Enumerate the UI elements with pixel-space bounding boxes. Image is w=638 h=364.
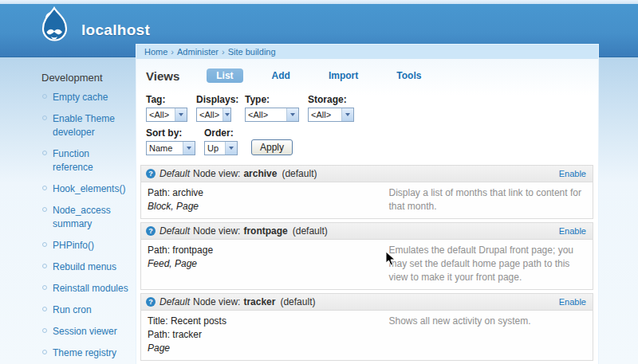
sidebar-item-theme-registry[interactable]: Theme registry (42, 346, 129, 360)
view-name: tracker (243, 296, 275, 307)
dropdown-arrow-icon (225, 142, 237, 155)
view-suffix: (default) (282, 168, 317, 179)
sidebar-item-hook-elements[interactable]: Hook_elements() (42, 182, 129, 196)
help-icon[interactable]: ? (146, 169, 156, 178)
view-row-body: Path: archive Block, Page Display a list… (141, 182, 593, 218)
view-path: Path: frontpage (148, 244, 389, 257)
view-path: Path: archive (148, 186, 389, 200)
tag-filter-label: Tag: (146, 94, 187, 105)
tab-add[interactable]: Add (262, 68, 300, 83)
storage-filter-label: Storage: (308, 94, 354, 105)
circle-bullet-icon (42, 285, 47, 290)
view-displays: Feed, Page (148, 257, 389, 271)
view-title: Title: Recent posts (148, 315, 389, 328)
page-content: Views List Add Import Tools Tag: <All> D… (136, 59, 598, 364)
displays-filter-label: Displays: (196, 94, 236, 105)
circle-bullet-icon (42, 242, 47, 247)
enable-link[interactable]: Enable (559, 169, 586, 178)
circle-bullet-icon (42, 350, 47, 354)
dropdown-arrow-icon (286, 108, 298, 121)
breadcrumb: Home›Administer›Site building (136, 44, 598, 59)
view-description: Emulates the default Drupal front page; … (389, 244, 587, 284)
sidebar-item-empty-cache[interactable]: Empty cache (42, 91, 129, 104)
apply-button[interactable]: Apply (251, 139, 293, 155)
drupal-logo-icon (35, 6, 73, 45)
view-displays: Block, Page (148, 200, 389, 213)
circle-bullet-icon (42, 307, 47, 311)
breadcrumb-separator: › (171, 47, 174, 57)
view-row-body: Title: Recent posts Path: tracker Page S… (141, 311, 593, 360)
enable-link[interactable]: Enable (559, 226, 586, 236)
type-filter-label: Type: (245, 94, 299, 105)
sidebar-item-function-reference[interactable]: Function reference (42, 147, 129, 174)
view-kind: Node view: (193, 225, 240, 237)
page-title: Views (146, 69, 179, 83)
view-description: Display a list of months that link to co… (389, 186, 587, 213)
breadcrumb-separator: › (222, 47, 225, 57)
storage-filter-select[interactable]: <All> (308, 108, 354, 122)
dropdown-arrow-icon (341, 108, 353, 121)
order-select[interactable]: Up (204, 141, 238, 155)
sort-by-label: Sort by: (146, 127, 195, 139)
sidebar-item-node-access-summary[interactable]: Node_access summary (42, 204, 129, 231)
view-name: frontpage (243, 225, 287, 237)
tabs-row: Views List Add Import Tools (136, 65, 598, 89)
tab-list[interactable]: List (207, 68, 242, 83)
circle-bullet-icon (42, 328, 47, 333)
sidebar-item-phpinfo[interactable]: PHPinfo() (42, 239, 129, 252)
mouse-cursor (385, 251, 396, 266)
view-row-header: ? Default Node view: archive (default) E… (141, 166, 593, 182)
view-displays: Page (148, 342, 389, 355)
views-list: ? Default Node view: archive (default) E… (140, 165, 593, 361)
view-name: archive (243, 168, 277, 179)
site-name: localhost (81, 22, 150, 39)
dropdown-arrow-icon (183, 142, 195, 155)
circle-bullet-icon (42, 186, 47, 190)
breadcrumb-site-building[interactable]: Site building (228, 47, 276, 57)
dropdown-arrow-icon (175, 108, 187, 121)
view-type: Default (160, 225, 190, 237)
view-row-body: Path: frontpage Feed, Page Emulates the … (141, 240, 593, 289)
view-description: Shows all new activity on system. (389, 315, 587, 355)
sort-by-select[interactable]: Name (146, 141, 195, 155)
displays-filter-select[interactable]: <All> (196, 108, 231, 122)
breadcrumb-home[interactable]: Home (144, 47, 167, 57)
help-icon[interactable]: ? (146, 297, 156, 307)
sidebar-item-session-viewer[interactable]: Session viewer (42, 325, 129, 339)
view-kind: Node view: (193, 168, 240, 179)
sidebar-item-rebuild-menus[interactable]: Rebuild menus (42, 260, 129, 274)
circle-bullet-icon (42, 94, 47, 99)
dropdown-arrow-icon (223, 108, 230, 121)
tab-import[interactable]: Import (319, 68, 368, 83)
sidebar: Development Empty cache Enable Theme dev… (0, 58, 136, 364)
filters: Tag: <All> Displays: <All> Type: (136, 89, 598, 163)
view-row-archive: ? Default Node view: archive (default) E… (140, 165, 593, 219)
circle-bullet-icon (42, 115, 47, 120)
tab-tools[interactable]: Tools (387, 68, 431, 83)
view-path: Path: tracker (148, 328, 389, 342)
type-filter-select[interactable]: <All> (245, 108, 299, 122)
view-row-header: ? Default Node view: tracker (default) E… (141, 294, 593, 311)
enable-link[interactable]: Enable (559, 297, 586, 307)
sidebar-item-reinstall-modules[interactable]: Reinstall modules (42, 282, 129, 296)
main-panel: Home›Administer›Site building Views List… (136, 44, 599, 364)
circle-bullet-icon (42, 151, 47, 155)
help-icon[interactable]: ? (146, 226, 156, 236)
order-label: Order: (204, 127, 238, 139)
screen: localhost Development Empty cache Enable… (0, 0, 638, 364)
view-row-frontpage: ? Default Node view: frontpage (default)… (140, 222, 593, 290)
view-suffix: (default) (280, 296, 315, 307)
sidebar-item-run-cron[interactable]: Run cron (42, 303, 129, 317)
view-type: Default (160, 168, 190, 179)
view-suffix: (default) (293, 225, 328, 237)
breadcrumb-administer[interactable]: Administer (177, 47, 219, 57)
view-kind: Node view: (193, 296, 240, 307)
tag-filter-select[interactable]: <All> (146, 108, 187, 122)
view-type: Default (160, 296, 190, 307)
sidebar-section-development: Development (41, 72, 136, 84)
circle-bullet-icon (42, 207, 47, 212)
view-row-tracker: ? Default Node view: tracker (default) E… (140, 293, 593, 361)
sidebar-item-enable-theme-developer[interactable]: Enable Theme developer (42, 112, 129, 139)
view-row-header: ? Default Node view: frontpage (default)… (141, 223, 593, 240)
circle-bullet-icon (42, 264, 47, 268)
